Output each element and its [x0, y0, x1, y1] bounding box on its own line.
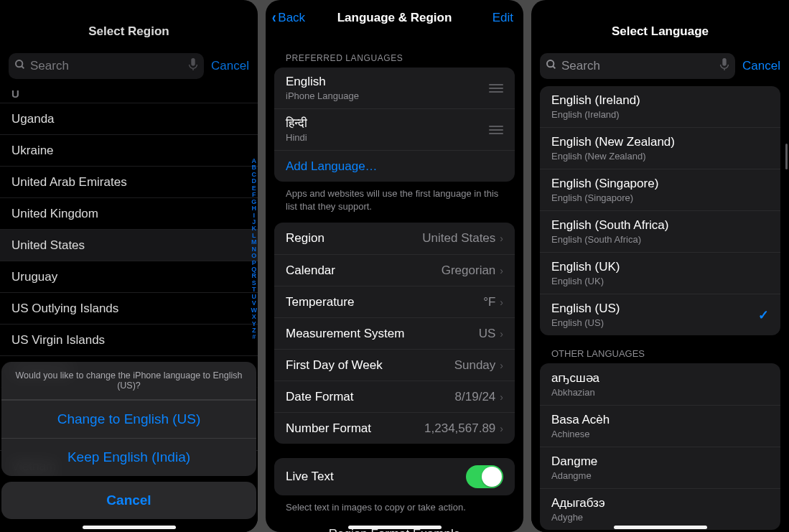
- list-item[interactable]: аҧсшәаAbkhazian: [540, 363, 780, 405]
- list-item[interactable]: АдыгабзэAdyghe: [540, 488, 780, 530]
- preferred-languages-group: English iPhone Language हिन्दी Hindi Add…: [274, 67, 515, 182]
- reorder-icon[interactable]: [489, 84, 503, 93]
- action-sheet: Would you like to change the iPhone lang…: [1, 362, 256, 519]
- screen-select-region: Select Region Cancel U Uganda Ukraine: [0, 0, 258, 532]
- language-row-hindi[interactable]: हिन्दी Hindi: [274, 108, 515, 150]
- action-sheet-cancel-button[interactable]: Cancel: [1, 482, 256, 519]
- chevron-left-icon: ‹: [272, 9, 276, 27]
- chevron-right-icon: ›: [500, 233, 503, 244]
- checkmark-icon: ✓: [758, 307, 769, 323]
- preferred-languages-header: PREFERRED LANGUAGES: [266, 32, 523, 67]
- reorder-icon[interactable]: [489, 126, 503, 134]
- home-indicator[interactable]: [614, 526, 707, 529]
- back-button[interactable]: ‹ Back: [271, 9, 305, 27]
- chevron-right-icon: ›: [500, 391, 503, 403]
- change-language-button[interactable]: Change to English (US): [1, 400, 256, 438]
- search-input[interactable]: [561, 59, 715, 73]
- chevron-right-icon: ›: [500, 265, 503, 276]
- scroll-indicator[interactable]: [785, 144, 788, 169]
- list-item[interactable]: English (Ireland)English (Ireland): [540, 86, 780, 127]
- list-item[interactable]: DangmeAdangme: [540, 447, 780, 488]
- list-item[interactable]: English (South Africa)English (South Afr…: [540, 210, 780, 252]
- list-item[interactable]: English (US)English (US)✓: [540, 294, 780, 335]
- live-text-toggle[interactable]: [466, 465, 503, 488]
- sheet-header: Select Language: [531, 14, 789, 49]
- preferred-languages-footer: Apps and websites will use the first lan…: [266, 182, 523, 223]
- live-text-row[interactable]: Live Text: [274, 458, 515, 495]
- list-item[interactable]: Basa AcèhAchinese: [540, 405, 780, 447]
- temperature-row[interactable]: Temperature °F›: [274, 286, 515, 317]
- first-day-row[interactable]: First Day of Week Sunday›: [274, 349, 515, 381]
- english-languages-group: English (Ireland)English (Ireland)Englis…: [540, 86, 780, 335]
- keep-language-button[interactable]: Keep English (India): [1, 438, 256, 476]
- page-title: Language & Region: [337, 11, 452, 25]
- svg-line-5: [553, 66, 555, 68]
- chevron-right-icon: ›: [500, 360, 503, 371]
- live-text-footer: Select text in images to copy or take ac…: [266, 495, 523, 518]
- language-row-english[interactable]: English iPhone Language: [274, 67, 515, 108]
- other-languages-header: OTHER LANGUAGES: [531, 335, 789, 363]
- list-item[interactable]: English (Singapore)English (Singapore): [540, 169, 780, 210]
- search-cancel-button[interactable]: Cancel: [742, 59, 780, 73]
- screen-select-language: Select Language Cancel English (Ireland)…: [531, 0, 789, 532]
- mic-icon[interactable]: [719, 58, 729, 74]
- svg-rect-6: [722, 58, 726, 66]
- number-format-row[interactable]: Number Format 1,234,567.89›: [274, 412, 515, 444]
- screen-language-region: ‹ Back Language & Region Edit PREFERRED …: [266, 0, 523, 532]
- date-format-row[interactable]: Date Format 8/19/24›: [274, 381, 515, 412]
- list-item[interactable]: English (New Zealand)English (New Zealan…: [540, 127, 780, 169]
- region-settings-group: Region United States› Calendar Gregorian…: [274, 223, 515, 444]
- edit-button[interactable]: Edit: [492, 11, 513, 25]
- live-text-group: Live Text: [274, 458, 515, 495]
- search-field[interactable]: [540, 53, 735, 79]
- chevron-right-icon: ›: [500, 423, 503, 434]
- list-item[interactable]: English (UK)English (UK): [540, 252, 780, 294]
- action-sheet-title: Would you like to change the iPhone lang…: [1, 362, 256, 400]
- home-indicator[interactable]: [348, 526, 442, 529]
- other-languages-group: аҧсшәаAbkhazianBasa AcèhAchineseDangmeAd…: [540, 363, 780, 530]
- search-icon: [546, 59, 557, 73]
- title-select-language: Select Language: [612, 24, 709, 39]
- measurement-row[interactable]: Measurement System US›: [274, 317, 515, 349]
- add-language-button[interactable]: Add Language…: [274, 150, 515, 182]
- home-indicator[interactable]: [83, 526, 176, 529]
- chevron-right-icon: ›: [500, 328, 503, 340]
- region-row[interactable]: Region United States›: [274, 223, 515, 254]
- calendar-row[interactable]: Calendar Gregorian›: [274, 254, 515, 286]
- svg-point-4: [547, 60, 554, 67]
- chevron-right-icon: ›: [500, 297, 503, 308]
